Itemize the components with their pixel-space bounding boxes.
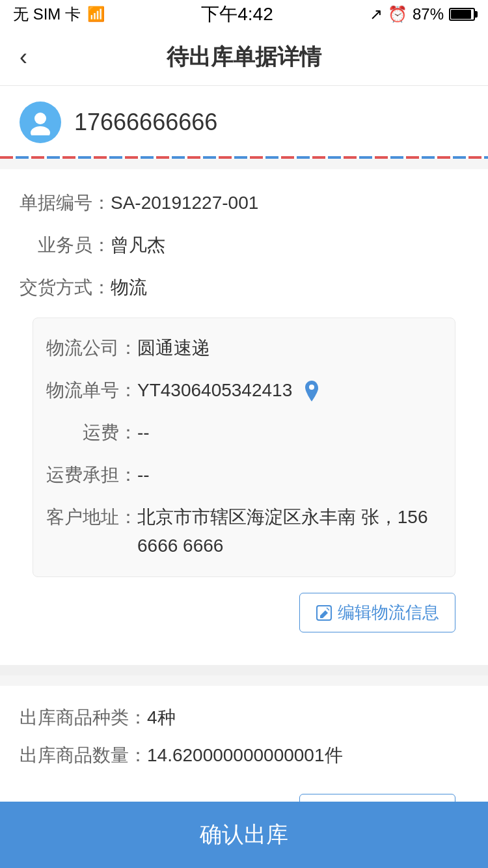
status-right: ↗ ⏰ 87% bbox=[370, 5, 475, 23]
freight-label: 运费： bbox=[46, 418, 137, 448]
order-number-row: 单据编号： SA-20191227-001 bbox=[20, 189, 468, 218]
goods-type-row: 出库商品种类： 4种 bbox=[20, 705, 468, 730]
freight-value: -- bbox=[137, 418, 442, 448]
logistics-tracking-row: 物流单号： YT43064053424​13 bbox=[46, 376, 442, 405]
edit-logistics-button[interactable]: 编辑物流信息 bbox=[299, 593, 455, 632]
order-info-section: 单据编号： SA-20191227-001 业务员： 曾凡杰 交货方式： 物流 … bbox=[0, 169, 488, 665]
delivery-value: 物流 bbox=[111, 273, 468, 303]
dashed-divider bbox=[0, 156, 488, 159]
alarm-icon: ⏰ bbox=[388, 5, 407, 23]
goods-type-value: 4种 bbox=[147, 705, 468, 730]
customer-header: 17666666666 bbox=[0, 86, 488, 159]
goods-quantity-value: 14.620000000000001件 bbox=[147, 743, 468, 768]
map-pin-icon[interactable] bbox=[300, 379, 323, 403]
delivery-row: 交货方式： 物流 bbox=[20, 273, 468, 303]
carrier-label: 无 SIM 卡 bbox=[13, 4, 81, 25]
wifi-icon: 📶 bbox=[87, 6, 105, 23]
confirm-button-wrap[interactable]: 确认出库 bbox=[0, 802, 488, 868]
logistics-company-label: 物流公司： bbox=[46, 334, 137, 363]
logistics-tracking-label: 物流单号： bbox=[46, 376, 137, 405]
salesman-value: 曾凡杰 bbox=[111, 231, 468, 260]
goods-quantity-label: 出库商品数量： bbox=[20, 743, 147, 768]
order-number-label: 单据编号： bbox=[20, 189, 111, 218]
svg-point-2 bbox=[309, 385, 314, 390]
freight-bearer-value: -- bbox=[137, 461, 442, 490]
status-time: 下午4:42 bbox=[201, 2, 273, 27]
salesman-label: 业务员： bbox=[20, 231, 111, 260]
status-left: 无 SIM 卡 📶 bbox=[13, 4, 105, 25]
status-bar: 无 SIM 卡 📶 下午4:42 ↗ ⏰ 87% bbox=[0, 0, 488, 29]
avatar bbox=[20, 102, 61, 143]
address-row: 客户地址： 北京市市辖区海淀区永丰南 张，156 6666 6666 bbox=[46, 503, 442, 562]
page-title: 待出库单据详情 bbox=[167, 42, 321, 72]
delivery-label: 交货方式： bbox=[20, 273, 111, 303]
logistics-card: 物流公司： 圆通速递 物流单号： YT43064053424​13 运费： bbox=[33, 318, 455, 577]
svg-point-0 bbox=[34, 113, 46, 124]
logistics-company-value: 圆通速递 bbox=[137, 334, 442, 363]
location-status-icon: ↗ bbox=[370, 5, 383, 23]
goods-quantity-row: 出库商品数量： 14.620000000000001件 bbox=[20, 743, 468, 768]
nav-bar: ‹ 待出库单据详情 bbox=[0, 29, 488, 86]
section-divider bbox=[0, 665, 488, 675]
address-label: 客户地址： bbox=[46, 503, 137, 532]
logistics-company-row: 物流公司： 圆通速递 bbox=[46, 334, 442, 363]
user-icon bbox=[27, 109, 53, 135]
freight-bearer-row: 运费承担： -- bbox=[46, 461, 442, 490]
confirm-button-label: 确认出库 bbox=[200, 822, 288, 847]
salesman-row: 业务员： 曾凡杰 bbox=[20, 231, 468, 260]
customer-phone: 17666666666 bbox=[74, 109, 217, 136]
freight-bearer-label: 运费承担： bbox=[46, 461, 137, 490]
goods-type-label: 出库商品种类： bbox=[20, 705, 147, 730]
logistics-tracking-value: YT43064053424​13 bbox=[137, 376, 442, 405]
order-number-value: SA-20191227-001 bbox=[111, 189, 468, 218]
edit-logistics-label: 编辑物流信息 bbox=[338, 601, 439, 624]
battery-percentage: 87% bbox=[413, 5, 444, 23]
address-value: 北京市市辖区海淀区永丰南 张，156 6666 6666 bbox=[137, 503, 442, 562]
edit-icon bbox=[316, 604, 332, 621]
edit-logistics-btn-wrap: 编辑物流信息 bbox=[20, 593, 468, 645]
battery-icon bbox=[449, 8, 475, 21]
back-button[interactable]: ‹ bbox=[20, 44, 27, 71]
svg-point-1 bbox=[31, 126, 50, 135]
freight-row: 运费： -- bbox=[46, 418, 442, 448]
